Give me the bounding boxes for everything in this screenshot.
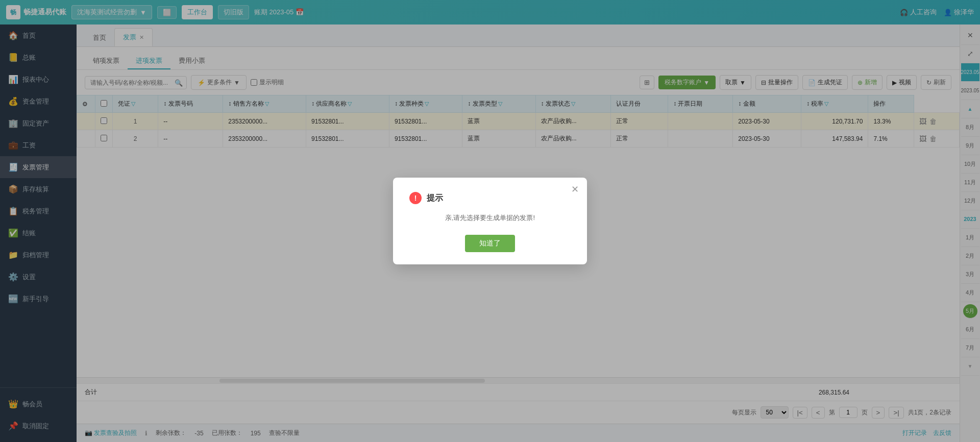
modal-close-btn[interactable]: ✕: [571, 184, 579, 195]
modal-body: 亲,请先选择要生成单据的发票!: [409, 213, 571, 223]
modal-title: 提示: [427, 193, 443, 204]
modal-overlay[interactable]: ✕ ! 提示 亲,请先选择要生成单据的发票! 知道了: [0, 0, 980, 442]
modal-footer: 知道了: [409, 235, 571, 252]
modal-warning-icon: !: [409, 192, 422, 204]
modal-header: ! 提示: [409, 192, 571, 204]
modal-ok-btn[interactable]: 知道了: [465, 235, 515, 252]
modal-message: 亲,请先选择要生成单据的发票!: [445, 214, 535, 222]
modal-dialog: ✕ ! 提示 亲,请先选择要生成单据的发票! 知道了: [393, 178, 587, 264]
